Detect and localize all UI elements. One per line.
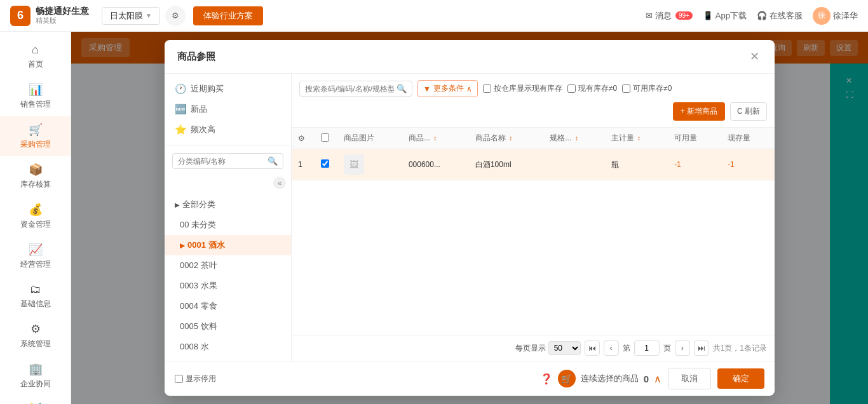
company-name: 日太阳膜: [110, 10, 143, 22]
first-page-button[interactable]: ⏮: [585, 340, 600, 356]
modal-close-button[interactable]: ✕: [747, 49, 762, 64]
main-layout: ⌂ 首页 📊 销售管理 🛒 采购管理 📦 库存核算 💰 资金管理 📈 经营管理 …: [0, 32, 868, 404]
page-word: 第: [623, 343, 630, 354]
triangle-icon: ▶: [175, 201, 180, 208]
sidebar-item-home-label: 首页: [28, 59, 43, 70]
cat-item-0008[interactable]: 0008 水: [165, 337, 291, 357]
panel-collapse-button[interactable]: «: [273, 177, 286, 189]
warehouse-checkbox[interactable]: [483, 84, 491, 93]
col-code[interactable]: 商品... ↕: [402, 128, 469, 149]
recent-purchase-label: 近期购买: [191, 83, 224, 95]
sidebar-item-finance[interactable]: 💰 资金管理: [0, 196, 71, 236]
cancel-button[interactable]: 取消: [668, 368, 711, 389]
settings-button[interactable]: ⚙: [165, 6, 186, 26]
sidebar-item-sales[interactable]: 📊 销售管理: [0, 76, 71, 116]
sidebar-item-enterprise[interactable]: 🏢 企业协同: [0, 356, 71, 396]
sidebar-item-home[interactable]: ⌂ 首页: [0, 37, 71, 76]
finance-icon: 💰: [29, 203, 43, 217]
per-page-selector: 每页显示 10 20 50 100: [515, 341, 581, 355]
warehouse-display-check[interactable]: 按仓库显示现有库存: [483, 83, 562, 94]
modal-toolbar: 🔍 ▼ 更多条件 ∧ 按仓库显示现有库存: [292, 74, 775, 128]
row-code: 000600...: [402, 149, 469, 180]
enterprise-icon: 🏢: [29, 362, 43, 376]
cat-0005-label: 0005 饮料: [180, 321, 217, 332]
col-image: 商品图片: [337, 128, 402, 149]
clock-icon: 🕐: [175, 83, 187, 95]
new-product-item[interactable]: 🆕 新品: [165, 99, 291, 119]
add-product-button[interactable]: + 新增商品: [673, 102, 725, 121]
next-page-button[interactable]: ›: [675, 340, 690, 356]
all-categories-item[interactable]: ▶ 全部分类: [165, 194, 291, 215]
col-name[interactable]: 商品名称 ↕: [469, 128, 543, 149]
col-stock: 现存量: [721, 128, 775, 149]
confirm-button[interactable]: 确定: [717, 368, 764, 389]
per-page-select[interactable]: 10 20 50 100: [548, 341, 581, 355]
content-area: 采购管理 查询 刷新 设置 ✕ ⛶ 商品参照 ✕: [71, 32, 868, 404]
sidebar-item-system[interactable]: ⚙ 系统管理: [0, 316, 71, 356]
sidebar-item-finance-label: 资金管理: [20, 219, 51, 230]
sidebar-item-guide[interactable]: 🔰 新手引导: [0, 396, 71, 404]
cat-item-0001[interactable]: ▶ 0001 酒水: [165, 235, 291, 255]
col-available[interactable]: 可用量: [668, 128, 721, 149]
row-select-checkbox[interactable]: [321, 159, 329, 168]
row-name: 白酒100ml: [469, 149, 543, 180]
category-search-input[interactable]: [178, 157, 265, 166]
select-all-checkbox[interactable]: [321, 133, 329, 142]
product-table-wrap: ⚙ 商品图片 商品... ↕ 商品名称 ↕ 规格... ↕ 主计量 ↕ 可用量: [292, 128, 775, 335]
help-icon[interactable]: ❓: [540, 373, 553, 385]
new-icon: 🆕: [175, 104, 187, 115]
sidebar-item-basic[interactable]: 🗂 基础信息: [0, 276, 71, 316]
show-disabled-checkbox[interactable]: [175, 375, 183, 383]
last-page-button[interactable]: ⏭: [694, 340, 709, 356]
show-disabled-label: 显示停用: [186, 374, 216, 384]
prev-page-button[interactable]: ‹: [604, 340, 619, 356]
cat-item-0003[interactable]: 0003 水果: [165, 276, 291, 296]
row-checkbox[interactable]: [315, 149, 337, 180]
footer-collapse-icon[interactable]: ∧: [654, 373, 661, 385]
table-row[interactable]: 1 🖼 000600... 白酒100ml 瓶: [292, 149, 775, 180]
sidebar-item-purchase-label: 采购管理: [20, 139, 51, 150]
frequent-label: 频次高: [191, 124, 215, 135]
mobile-icon: 📱: [703, 11, 713, 20]
messages-button[interactable]: ✉ 消息 99+: [646, 10, 693, 22]
available-stock-checkbox[interactable]: [567, 84, 576, 93]
user-menu-button[interactable]: 徐 徐泽华: [813, 7, 858, 25]
message-label: 消息: [655, 10, 672, 22]
sidebar-item-purchase[interactable]: 🛒 采购管理: [0, 116, 71, 156]
app-download-button[interactable]: 📱 App下载: [703, 10, 747, 22]
row-stock: -1: [721, 149, 775, 180]
category-search: 🔍: [172, 153, 283, 169]
available-stock-check[interactable]: 现有库存≠0: [567, 83, 617, 94]
cat-item-0005[interactable]: 0005 饮料: [165, 316, 291, 337]
customer-service-button[interactable]: 🎧 在线客服: [757, 10, 803, 22]
page-number-input[interactable]: [634, 340, 660, 356]
cart-button[interactable]: 🛒: [558, 370, 576, 387]
sidebar-item-operation[interactable]: 📈 经营管理: [0, 236, 71, 276]
table-select-all-col[interactable]: [315, 128, 337, 149]
cat-item-00[interactable]: 00 未分类: [165, 215, 291, 235]
exp-industry-button[interactable]: 体验行业方案: [193, 6, 263, 25]
product-search-input[interactable]: [305, 84, 394, 93]
table-settings-col[interactable]: ⚙: [292, 128, 315, 149]
usable-stock-checkbox[interactable]: [622, 84, 630, 93]
cat-item-0004[interactable]: 0004 零食: [165, 296, 291, 316]
frequent-item[interactable]: ⭐ 频次高: [165, 119, 291, 140]
cat-0008-label: 0008 水: [180, 341, 209, 353]
col-unit[interactable]: 主计量 ↕: [605, 128, 668, 149]
sidebar-item-stock[interactable]: 📦 库存核算: [0, 156, 71, 196]
brand-name: 畅捷通好生意: [36, 6, 89, 17]
sidebar-item-stock-label: 库存核算: [20, 179, 51, 190]
modal-footer: 显示停用 ❓ 🛒 连续选择的商品 0 ∧ 取消 确定: [165, 361, 775, 396]
recent-purchase-item[interactable]: 🕐 近期购买: [165, 79, 291, 99]
usable-stock-check[interactable]: 可用库存≠0: [622, 83, 672, 94]
col-spec[interactable]: 规格... ↕: [543, 128, 604, 149]
toolbar-right-actions: + 新增商品 C 刷新: [673, 102, 767, 121]
left-sidebar: ⌂ 首页 📊 销售管理 🛒 采购管理 📦 库存核算 💰 资金管理 📈 经营管理 …: [0, 32, 71, 404]
operation-icon: 📈: [29, 243, 43, 257]
company-selector[interactable]: 日太阳膜 ▼: [102, 7, 160, 25]
refresh-button[interactable]: C 刷新: [730, 102, 767, 121]
more-filters-button[interactable]: ▼ 更多条件 ∧: [417, 80, 478, 97]
show-disabled-check[interactable]: 显示停用: [175, 374, 216, 384]
cat-item-0002[interactable]: 0002 茶叶: [165, 255, 291, 276]
sidebar-item-sales-label: 销售管理: [20, 99, 51, 110]
